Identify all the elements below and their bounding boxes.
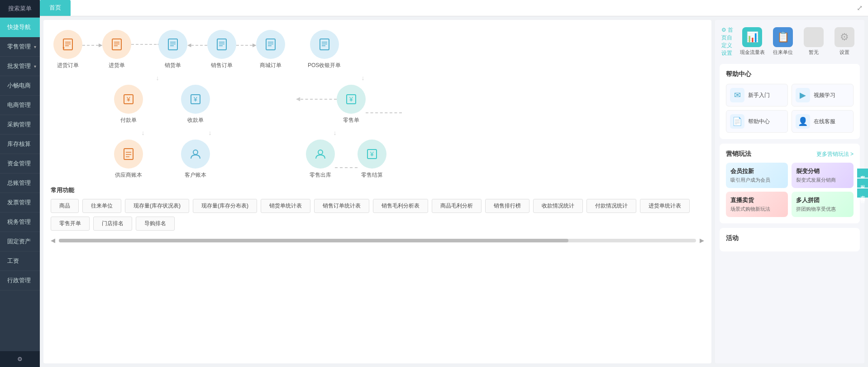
node-mall-order[interactable]: 商城订单 [256,30,285,69]
flow-row-3: 供应商账本 客户账本 零售出库 [53,140,701,179]
node-retail-out[interactable]: 零售出库 [306,140,335,179]
float-button[interactable]: 服务社区 [857,179,868,188]
node-supplier-ledger[interactable]: 供应商账本 [114,140,143,179]
marketing-item[interactable]: 多人拼团拼团购物享受优惠 [792,192,854,217]
marketing-item[interactable]: 直播卖货场景式购物新玩法 [726,192,788,217]
nav-item-label: 税务管理 [7,218,31,226]
node-label: 零售结算 [361,171,383,179]
flow-row-1: 进货订单 ▶ 进货单 [53,30,701,69]
quick-icon-label: 往来单位 [773,49,793,56]
quick-icon-item[interactable]: 暂无 [798,24,829,58]
sidebar-item-批发管理[interactable]: 批发管理▾ [0,57,40,76]
node-label: 付款单 [120,116,137,124]
sidebar-item-行政管理[interactable]: 行政管理 [0,271,40,290]
scrollbar[interactable]: ◀ ▶ [49,236,706,245]
func-button[interactable]: 付款情况统计 [587,199,636,213]
func-button[interactable]: 销售毛利分析表 [373,199,428,213]
func-button[interactable]: 商品毛利分析 [432,199,482,213]
quick-icon-item[interactable]: ⚙设置 [829,24,860,58]
customize-link[interactable]: ⚙ 首页自定义设置 [721,26,736,57]
marketing-item[interactable]: 裂变分销裂变式发展分销商 [792,163,854,188]
nav-list: 快捷导航零售管理▾批发管理▾小畅电商电商管理采购管理库存核算资金管理总账管理发票… [0,18,40,290]
help-center-card: 帮助中心 ✉新手入门▶视频学习📄帮助中心👤在线客服 [720,64,860,139]
svg-text:¥: ¥ [126,96,130,103]
scroll-left[interactable]: ◀ [49,236,57,245]
content-area: 进货订单 ▶ 进货单 [40,16,868,367]
nav-item-label: 固定资产 [7,237,31,246]
func-button[interactable]: 现存量(库存分布表) [193,199,257,213]
sidebar-item-总账管理[interactable]: 总账管理 [0,174,40,193]
sidebar-item-工资[interactable]: 工资 [0,251,40,271]
func-button[interactable]: 零售开单 [51,217,90,231]
float-button[interactable]: 客服热线 [857,169,868,178]
float-button[interactable]: 桌面快捷 [857,188,868,198]
nav-item-label: 采购管理 [7,121,31,129]
help-item[interactable]: 👤在线客服 [792,110,854,133]
scroll-track[interactable] [59,239,696,242]
node-label: 商城订单 [260,62,281,69]
tab-home[interactable]: 首页 [40,0,71,16]
marketing-item[interactable]: 会员拉新吸引用户成为会员 [726,163,788,188]
float-buttons: 客服热线服务社区桌面快捷 [857,169,868,198]
node-customer-ledger[interactable]: 客户账本 [181,140,210,179]
node-label: POS收银开单 [308,62,341,69]
marketing-item-title: 直播卖货 [730,196,783,204]
svg-text:¥: ¥ [349,96,353,103]
func-button[interactable]: 销售订单统计表 [314,199,369,213]
node-sales-order[interactable]: 销售订单 [207,30,236,69]
nav-arrow: ▾ [34,64,36,69]
node-sales[interactable]: 销货单 [158,30,187,69]
settings-button[interactable]: ⚙ [0,351,40,367]
sidebar-item-电商管理[interactable]: 电商管理 [0,96,40,115]
sidebar-item-快捷导航[interactable]: 快捷导航 [0,18,40,37]
nav-item-label: 发票管理 [7,198,31,207]
help-item[interactable]: 📄帮助中心 [726,110,788,133]
func-button[interactable]: 收款情况统计 [533,199,583,213]
svg-text:¥: ¥ [370,150,374,158]
tab-expand-icon[interactable]: ⤢ [851,0,868,16]
quick-nav-bar: ⚙ 首页自定义设置 📊现金流量表📋往来单位暂无⚙设置 [720,24,860,58]
node-purchase[interactable]: 进货单 [102,30,131,69]
sidebar-item-库存核算[interactable]: 库存核算 [0,135,40,154]
quick-icon-item[interactable]: 📋往来单位 [768,24,798,58]
node-purchase-order[interactable]: 进货订单 [53,30,82,69]
func-button[interactable]: 销售排行榜 [485,199,529,213]
sidebar-item-采购管理[interactable]: 采购管理 [0,115,40,135]
func-button[interactable]: 往来单位 [82,199,121,213]
more-marketing-link[interactable]: 更多营销玩法 > [816,150,854,158]
sidebar-item-资金管理[interactable]: 资金管理 [0,154,40,174]
sidebar-item-税务管理[interactable]: 税务管理 [0,212,40,232]
activity-title: 活动 [726,234,854,242]
node-retail-settlement[interactable]: ¥ 零售结算 [358,140,386,179]
node-retail[interactable]: ¥ 零售单 [337,85,366,124]
v-connectors-1: ↓ ↓ [53,71,701,85]
node-receipt[interactable]: ¥ 收款单 [181,85,210,124]
node-payment[interactable]: ¥ 付款单 [114,85,143,124]
func-button[interactable]: 现存量(库存状况表) [125,199,189,213]
help-item[interactable]: ✉新手入门 [726,84,788,106]
func-button[interactable]: 销货单统计表 [261,199,310,213]
help-icon: 👤 [796,114,810,129]
marketing-item-title: 会员拉新 [730,167,783,175]
sidebar-item-发票管理[interactable]: 发票管理 [0,193,40,212]
quick-icon-item[interactable]: 📊现金流量表 [737,24,768,58]
sidebar-item-固定资产[interactable]: 固定资产 [0,232,40,251]
search-menu[interactable]: 搜索菜单 [0,0,40,18]
svg-rect-0 [63,39,72,50]
nav-item-label: 小畅电商 [7,82,31,90]
func-button[interactable]: 商品 [51,199,79,213]
help-item[interactable]: ▶视频学习 [792,84,854,106]
node-label: 进货单 [109,62,125,69]
sidebar-item-小畅电商[interactable]: 小畅电商 [0,76,40,96]
scroll-right[interactable]: ▶ [698,236,706,245]
svg-rect-20 [320,39,329,50]
help-icon: 📄 [730,114,744,129]
nav-item-label: 工资 [7,257,19,265]
func-button[interactable]: 导购排名 [136,217,175,231]
func-button[interactable]: 门店排名 [93,217,132,231]
sidebar: 搜索菜单 快捷导航零售管理▾批发管理▾小畅电商电商管理采购管理库存核算资金管理总… [0,0,40,367]
node-pos[interactable]: POS收银开单 [308,30,341,69]
func-button[interactable]: 进货单统计表 [640,199,690,213]
nav-item-label: 批发管理 [7,62,31,70]
sidebar-item-零售管理[interactable]: 零售管理▾ [0,37,40,57]
